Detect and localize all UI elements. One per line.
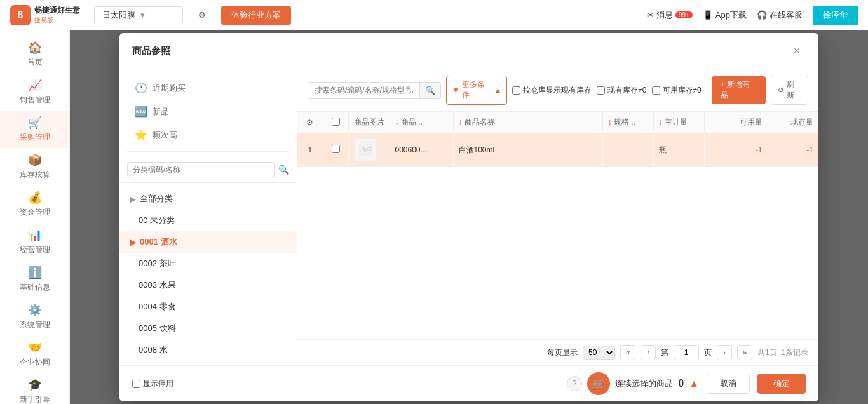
- refresh-icon: ↺: [778, 86, 784, 95]
- col-stock-header: 现存量: [768, 112, 818, 133]
- row-spec: [602, 133, 653, 167]
- svg-text:IMG: IMG: [361, 147, 372, 154]
- category-beverage[interactable]: 0005 饮料: [119, 318, 297, 339]
- star-icon: ⭐: [135, 129, 147, 141]
- select-all-checkbox[interactable]: [332, 118, 340, 126]
- category-tea[interactable]: 0002 茶叶: [119, 253, 297, 274]
- product-search-input[interactable]: [308, 83, 419, 98]
- help-icon[interactable]: ?: [567, 376, 582, 391]
- enterprise-icon: 🤝: [28, 340, 42, 354]
- sort-code-icon: ↕: [395, 118, 399, 126]
- sidebar-item-finance[interactable]: 💰 资金管理: [0, 185, 69, 223]
- row-code: 000600...: [390, 133, 453, 167]
- prev-page-button[interactable]: ‹: [641, 345, 656, 360]
- more-filter-button[interactable]: ▼ 更多条件 ▲: [446, 76, 507, 105]
- system-icon: ⚙️: [28, 303, 42, 317]
- category-snack[interactable]: 0004 零食: [119, 296, 297, 318]
- user-area[interactable]: 徐泽华: [813, 6, 858, 25]
- page-number-input[interactable]: [674, 345, 699, 360]
- modal-title: 商品参照: [132, 45, 170, 57]
- row-check[interactable]: [323, 133, 348, 167]
- nonzero-stock-checkbox[interactable]: 现有库存≠0: [597, 85, 646, 96]
- purchase-icon: 🛒: [28, 116, 42, 130]
- business-icon: 📊: [28, 228, 42, 242]
- top-nav: 6 畅捷通好生意 捷易版 日太阳膜 ▾ ⚙ 体验行业方案 ✉ 消息 99+ 📱 …: [0, 0, 868, 30]
- filter-icon: ▼: [452, 86, 459, 95]
- category-search-bar: 🔍: [119, 157, 297, 183]
- left-divider: [127, 151, 289, 152]
- table-header-row: ⚙ 商品图片 ↕: [297, 112, 818, 133]
- product-image: IMG: [354, 138, 377, 161]
- confirm-button[interactable]: 确定: [757, 374, 806, 394]
- sidebar-item-sales[interactable]: 📈 销售管理: [0, 73, 69, 111]
- col-unit-header[interactable]: ↕ 主计量: [653, 112, 704, 133]
- recent-purchase-tab[interactable]: 🕐 近期购买: [127, 77, 289, 99]
- trial-button[interactable]: 体验行业方案: [221, 6, 291, 25]
- sidebar-item-inventory[interactable]: 📦 库存核算: [0, 148, 69, 185]
- col-spec-header[interactable]: ↕ 规格...: [602, 112, 653, 133]
- main-layout: 🏠 首页 📈 销售管理 🛒 采购管理 📦 库存核算 💰 资金管理 📊 经营管理 …: [0, 30, 868, 404]
- per-page-select[interactable]: 50 10 20 100: [583, 346, 615, 360]
- refresh-button[interactable]: ↺ 刷新: [771, 76, 808, 105]
- sidebar-item-business[interactable]: 📊 经营管理: [0, 223, 69, 260]
- logo-icon: 6: [10, 5, 31, 25]
- settings-icon[interactable]: ⚙: [191, 4, 214, 27]
- store-selector[interactable]: 日太阳膜 ▾: [94, 6, 183, 24]
- modal-close-button[interactable]: ×: [788, 42, 806, 60]
- online-service-btn[interactable]: 🎧 在线客服: [757, 10, 803, 21]
- inventory-icon: 📦: [28, 153, 42, 167]
- category-uncategorized[interactable]: 00 未分类: [119, 210, 297, 231]
- table-row[interactable]: 1 IMG: [297, 133, 818, 167]
- messages-btn[interactable]: ✉ 消息 99+: [647, 10, 693, 21]
- arrow-right-icon: ▶: [130, 194, 136, 204]
- nonzero-available-checkbox[interactable]: 可用库存≠0: [652, 85, 702, 96]
- sidebar-item-home[interactable]: 🏠 首页: [0, 36, 69, 73]
- category-search-icon[interactable]: 🔍: [278, 165, 289, 175]
- show-disabled-checkbox[interactable]: 显示停用: [132, 379, 173, 389]
- next-page-button[interactable]: ›: [717, 345, 732, 360]
- cart-label: 连续选择的商品: [615, 378, 673, 389]
- sales-icon: 📈: [28, 78, 42, 92]
- row-img: IMG: [348, 133, 390, 167]
- row-avail: -1: [704, 133, 768, 167]
- col-check-header[interactable]: [323, 112, 348, 133]
- add-product-button[interactable]: + 新增商品: [712, 76, 766, 104]
- category-all[interactable]: ▶ 全部分类: [119, 188, 297, 210]
- category-fruit[interactable]: 0003 水果: [119, 274, 297, 296]
- col-img-header: 商品图片: [348, 112, 390, 133]
- product-modal: 商品参照 × 🕐 近期购买 🆕: [119, 33, 818, 401]
- category-search-input[interactable]: [127, 162, 275, 177]
- frequent-tab[interactable]: ⭐ 频次高: [127, 124, 289, 146]
- sidebar-item-system[interactable]: ⚙️ 系统管理: [0, 298, 69, 335]
- modal-footer: 显示停用 ? 🛒 连续选择的商品 0 ▲ 取消 确定: [119, 365, 818, 401]
- nav-right: ✉ 消息 99+ 📱 App下载 🎧 在线客服 徐泽华: [647, 6, 858, 25]
- guide-icon: 🎓: [28, 378, 42, 392]
- sort-unit-icon: ↕: [659, 118, 663, 126]
- sort-spec-icon: ↕: [608, 118, 612, 126]
- category-water[interactable]: 0008 水: [119, 339, 297, 358]
- sidebar-item-enterprise[interactable]: 🤝 企业协同: [0, 335, 69, 373]
- sidebar-item-purchase[interactable]: 🛒 采购管理: [0, 111, 69, 148]
- first-page-button[interactable]: «: [620, 345, 635, 360]
- cart-collapse-icon[interactable]: ▲: [689, 378, 699, 389]
- cancel-button[interactable]: 取消: [707, 374, 750, 394]
- col-avail-header: 可用量: [704, 112, 768, 133]
- cart-button[interactable]: 🛒: [587, 372, 610, 395]
- col-code-header[interactable]: ↕ 商品...: [390, 112, 453, 133]
- finance-icon: 💰: [28, 191, 42, 205]
- cart-count: 0: [678, 378, 684, 389]
- row-unit: 瓶: [653, 133, 704, 167]
- category-liquor[interactable]: ▶ 0001 酒水: [119, 231, 297, 253]
- app-download-btn[interactable]: 📱 App下载: [703, 10, 747, 21]
- total-pages-info: 共1页, 1条记录: [757, 347, 808, 358]
- col-gear-header[interactable]: ⚙: [297, 112, 323, 133]
- last-page-button[interactable]: »: [737, 345, 752, 360]
- col-name-header[interactable]: ↕ 商品名称: [453, 112, 602, 133]
- pagination-bar: 每页显示 50 10 20 100 « ‹ 第 页: [297, 339, 818, 365]
- row-num: 1: [297, 133, 323, 167]
- warehouse-stock-checkbox[interactable]: 按仓库显示现有库存: [512, 85, 592, 96]
- sidebar-item-basic[interactable]: ℹ️ 基础信息: [0, 260, 69, 298]
- sidebar-item-guide[interactable]: 🎓 新手引导: [0, 373, 69, 404]
- product-search-button[interactable]: 🔍: [419, 83, 440, 98]
- new-products-tab[interactable]: 🆕 新品: [127, 100, 289, 123]
